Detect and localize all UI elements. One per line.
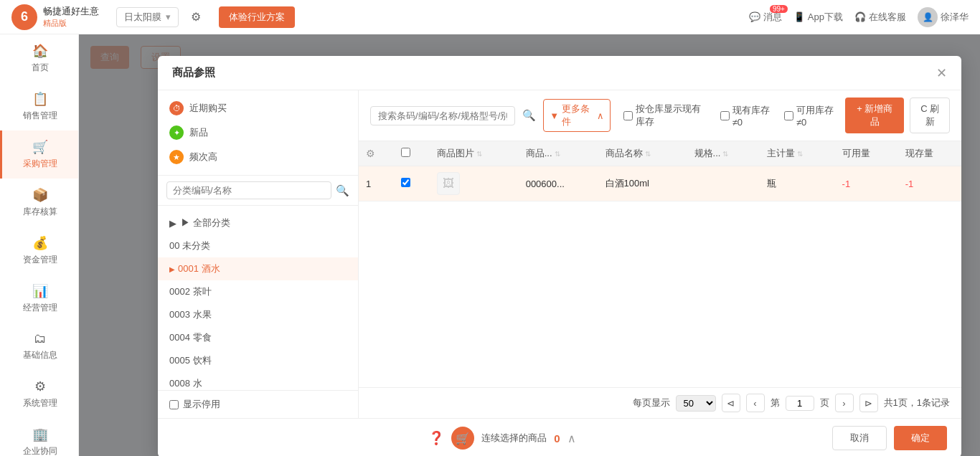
- available-label: 可用库存≠0: [796, 104, 838, 128]
- user-avatar[interactable]: 👤 徐泽华: [918, 7, 969, 27]
- first-page-button[interactable]: ⊲: [722, 394, 740, 412]
- page-unit-label: 页: [820, 396, 829, 409]
- expand-all-icon: ▶: [169, 218, 176, 229]
- chevron-up-icon: ∧: [597, 110, 604, 121]
- online-service-button[interactable]: 🎧 在线客服: [854, 11, 906, 24]
- confirm-button[interactable]: 确定: [894, 426, 947, 450]
- show-disabled-input[interactable]: [169, 400, 179, 409]
- sidebar-item-home[interactable]: 🏠 首页: [0, 34, 78, 82]
- category-all[interactable]: ▶ ▶ 全部分类: [158, 212, 358, 234]
- sidebar-item-system[interactable]: ⚙ 系统管理: [0, 370, 78, 418]
- warehouse-label: 按仓库显示现有库存: [636, 103, 710, 128]
- table-row[interactable]: 1 🖼 000600... 白酒100ml: [359, 166, 961, 201]
- sort-code[interactable]: 商品... ⇅: [526, 147, 591, 160]
- warehouse-display-checkbox[interactable]: 按仓库显示现有库存: [623, 103, 710, 128]
- main-layout: 🏠 首页 📋 销售管理 🛒 采购管理 📦 库存核算 💰 资金管理 📊 经营管理 …: [0, 34, 980, 456]
- row-checkbox[interactable]: [394, 166, 429, 201]
- product-search-input[interactable]: [370, 106, 515, 125]
- row-unit: 瓶: [760, 166, 835, 201]
- quick-nav-label: 新品: [189, 126, 208, 139]
- quick-nav-recent[interactable]: ⏱ 近期购买: [158, 96, 358, 120]
- filter-checkboxes: 按仓库显示现有库存 现有库存≠0 可用库存≠0: [623, 103, 838, 128]
- warehouse-checkbox-input[interactable]: [623, 111, 633, 120]
- th-name: 商品名称 ⇅: [598, 141, 687, 166]
- sort-unit[interactable]: 主计量 ⇅: [767, 147, 828, 160]
- basics-icon: 🗂: [34, 331, 47, 346]
- add-product-button[interactable]: + 新增商品: [845, 98, 904, 133]
- sort-name[interactable]: 商品名称 ⇅: [606, 147, 680, 160]
- filter-more-button[interactable]: ▼ 更多条件 ∧: [543, 99, 610, 132]
- sidebar-label: 资金管理: [23, 254, 57, 266]
- show-disabled-checkbox[interactable]: 显示停用: [169, 398, 220, 411]
- cart-icon[interactable]: 🛒: [451, 427, 474, 450]
- trial-button[interactable]: 体验行业方案: [219, 6, 295, 28]
- quick-nav-new[interactable]: ✦ 新品: [158, 120, 358, 145]
- column-settings-icon[interactable]: ⚙: [366, 148, 375, 159]
- sidebar-item-basics[interactable]: 🗂 基础信息: [0, 323, 78, 370]
- show-disabled-label: 显示停用: [183, 398, 220, 411]
- quick-nav-label: 近期购买: [189, 102, 227, 115]
- select-all-checkbox[interactable]: [401, 148, 410, 157]
- prev-page-button[interactable]: ‹: [746, 394, 765, 412]
- sidebar-item-operations[interactable]: 📊 经营管理: [0, 275, 78, 323]
- modal-actions: 取消 确定: [832, 426, 947, 450]
- category-0004[interactable]: 0004 零食: [158, 326, 358, 349]
- row-checkbox-input[interactable]: [401, 178, 410, 187]
- category-0008[interactable]: 0008 水: [158, 372, 358, 390]
- next-page-button[interactable]: ›: [835, 394, 854, 412]
- quick-nav-frequent[interactable]: ★ 频次高: [158, 145, 358, 169]
- page-label: 第: [771, 396, 780, 409]
- available-nonzero-checkbox[interactable]: 可用库存≠0: [784, 104, 838, 128]
- category-search-icon[interactable]: 🔍: [336, 184, 349, 197]
- modal-close-button[interactable]: ✕: [936, 67, 947, 80]
- total-info: 共1页，1条记录: [884, 396, 950, 409]
- stock-checkbox-input[interactable]: [720, 111, 730, 120]
- product-search-icon[interactable]: 🔍: [522, 109, 536, 122]
- available-checkbox-input[interactable]: [784, 111, 793, 120]
- category-0001[interactable]: ▶ 0001 酒水: [158, 257, 358, 280]
- sidebar-item-inventory[interactable]: 📦 库存核算: [0, 179, 78, 227]
- product-table-wrap: ⚙ 商品图片 ⇅: [359, 141, 961, 387]
- category-search-bar: 🔍: [158, 176, 358, 206]
- app-download-button[interactable]: 📱 App下载: [793, 11, 843, 24]
- last-page-button[interactable]: ⊳: [859, 394, 878, 412]
- refresh-button[interactable]: C 刷新: [910, 98, 950, 133]
- cancel-button[interactable]: 取消: [832, 426, 887, 450]
- help-icon[interactable]: ❓: [428, 430, 444, 446]
- sidebar-label: 首页: [32, 62, 49, 74]
- cart-text: 连续选择的商品: [481, 432, 547, 445]
- store-selector[interactable]: 日太阳膜 ▾: [116, 7, 179, 27]
- sort-spec[interactable]: 规格... ⇅: [694, 147, 753, 160]
- sort-icon: ⇅: [476, 150, 482, 158]
- sidebar: 🏠 首页 📋 销售管理 🛒 采购管理 📦 库存核算 💰 资金管理 📊 经营管理 …: [0, 34, 79, 456]
- sidebar-item-purchase[interactable]: 🛒 采购管理: [0, 130, 78, 179]
- settings-icon[interactable]: ⚙: [184, 6, 207, 29]
- purchase-icon: 🛒: [32, 139, 48, 155]
- category-0005[interactable]: 0005 饮料: [158, 349, 358, 372]
- messages-button[interactable]: 💬 消息 99+: [749, 11, 782, 24]
- sidebar-item-finance[interactable]: 💰 资金管理: [0, 227, 78, 275]
- th-settings[interactable]: ⚙: [359, 141, 394, 166]
- category-0003[interactable]: 0003 水果: [158, 303, 358, 326]
- category-0002[interactable]: 0002 茶叶: [158, 280, 358, 303]
- collapse-cart-icon[interactable]: ∧: [567, 432, 576, 445]
- th-checkbox[interactable]: [394, 141, 429, 166]
- sidebar-item-sales[interactable]: 📋 销售管理: [0, 82, 78, 130]
- sidebar-label: 基础信息: [23, 349, 57, 361]
- sort-image[interactable]: 商品图片 ⇅: [437, 147, 512, 160]
- page-size-select[interactable]: 50 10 20 100: [676, 395, 716, 412]
- category-search-input[interactable]: [166, 181, 331, 199]
- image-placeholder-icon: 🖼: [443, 177, 454, 190]
- th-stock: 现存量: [898, 141, 961, 166]
- page-number-input[interactable]: [786, 396, 814, 411]
- sort-icon: ⇅: [555, 150, 560, 158]
- row-image: 🖼: [430, 166, 519, 201]
- stock-nonzero-checkbox[interactable]: 现有库存≠0: [720, 104, 774, 128]
- category-label: ▶ 全部分类: [181, 217, 230, 229]
- sidebar-label: 采购管理: [23, 158, 57, 170]
- enterprise-icon: 🏢: [32, 427, 48, 442]
- category-label: 0008 水: [169, 377, 202, 390]
- brand: 畅捷通好生意 精品版: [43, 6, 99, 28]
- category-00[interactable]: 00 未分类: [158, 234, 358, 257]
- sidebar-item-enterprise[interactable]: 🏢 企业协同: [0, 418, 78, 456]
